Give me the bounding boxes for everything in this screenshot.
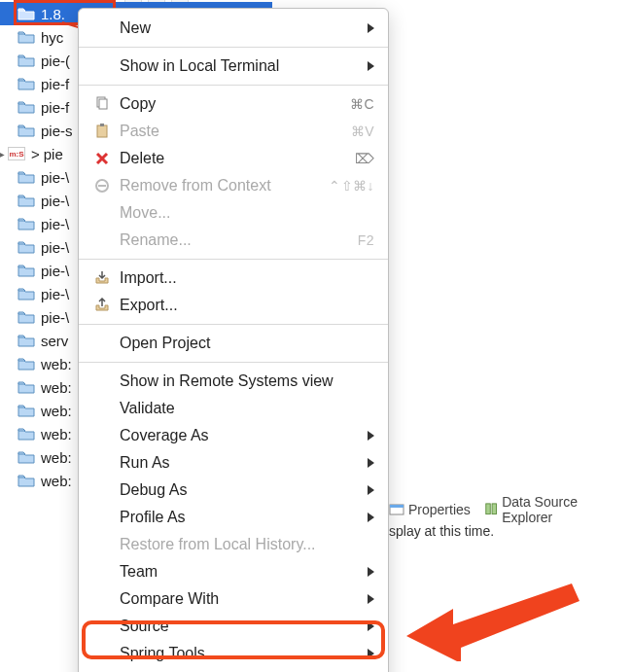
submenu-arrow-icon xyxy=(368,513,374,522)
menu-item-new[interactable]: New xyxy=(79,15,388,42)
menu-item-shortcut: F2 xyxy=(358,232,374,248)
menu-item-label: Profile As xyxy=(120,509,362,526)
bottom-view-tabs[interactable]: Properties Data Source Explorer xyxy=(389,494,632,525)
tree-item-label: pie-\ xyxy=(41,216,69,232)
export-icon xyxy=(92,297,112,314)
menu-separator xyxy=(79,362,388,363)
menu-item-paste: Paste⌘V xyxy=(79,118,388,145)
annotation-arrow xyxy=(406,574,581,661)
menu-item-label: Debug As xyxy=(120,481,362,499)
folder-icon xyxy=(18,217,35,230)
menu-item-remove-from-context: Remove from Context⌃⇧⌘↓ xyxy=(79,172,388,199)
svg-rect-2 xyxy=(97,125,107,137)
folder-icon xyxy=(18,77,35,90)
menu-item-validate[interactable]: Validate xyxy=(79,395,388,422)
menu-item-show-in-remote-systems-view[interactable]: Show in Remote Systems view xyxy=(79,368,388,395)
context-menu: NewShow in Local TerminalCopy⌘CPaste⌘VDe… xyxy=(78,8,389,672)
submenu-arrow-icon xyxy=(368,485,374,495)
menu-item-copy[interactable]: Copy⌘C xyxy=(79,90,388,118)
blank-icon xyxy=(92,454,112,472)
svg-rect-10 xyxy=(390,505,404,508)
menu-item-source[interactable]: Source xyxy=(79,613,388,640)
menu-item-run-as[interactable]: Run As xyxy=(79,449,388,477)
folder-icon xyxy=(18,124,35,137)
tab-properties[interactable]: Properties xyxy=(389,502,471,517)
tree-item-label: pie-\ xyxy=(41,239,69,256)
menu-item-label: Remove from Context xyxy=(120,177,329,195)
folder-icon xyxy=(18,30,35,44)
menu-item-label: Compare With xyxy=(120,590,362,608)
menu-item-team[interactable]: Team xyxy=(79,558,388,585)
menu-item-spring-tools[interactable]: Spring Tools xyxy=(79,640,388,667)
menu-item-label: Spring Tools xyxy=(120,645,362,662)
svg-rect-1 xyxy=(99,99,107,109)
expand-arrow-icon[interactable]: ▶ xyxy=(0,149,6,159)
tree-item-label: web: xyxy=(41,403,72,419)
folder-icon xyxy=(18,264,35,277)
submenu-arrow-icon xyxy=(368,649,374,658)
menu-item-shortcut: ⌃⇧⌘↓ xyxy=(329,178,374,194)
tree-item-label: pie-\ xyxy=(41,286,69,302)
import-icon xyxy=(92,269,112,287)
menu-item-rename: Rename...F2 xyxy=(79,227,388,254)
blank-icon xyxy=(92,618,112,635)
menu-item-label: Show in Local Terminal xyxy=(120,57,362,75)
dirty-marker: > xyxy=(31,146,40,162)
menu-item-label: Paste xyxy=(120,123,351,140)
menu-item-label: Import... xyxy=(120,269,374,287)
menu-item-delete[interactable]: Delete⌦ xyxy=(79,145,388,172)
tree-item-label: web: xyxy=(41,426,72,442)
tree-item-label: pie-f xyxy=(41,76,69,92)
blank-icon xyxy=(92,536,112,553)
folder-icon xyxy=(18,310,35,324)
menu-item-compare-with[interactable]: Compare With xyxy=(79,585,388,613)
submenu-arrow-icon xyxy=(368,23,374,33)
folder-icon xyxy=(18,427,35,441)
paste-icon xyxy=(92,123,112,140)
tree-item-label: pie-\ xyxy=(41,309,69,326)
menu-item-label: Export... xyxy=(120,297,374,314)
maven-icon: m:S xyxy=(8,147,25,160)
tab-label: Data Source Explorer xyxy=(502,494,618,525)
menu-item-profile-as[interactable]: Profile As xyxy=(79,504,388,531)
tab-data-source-explorer[interactable]: Data Source Explorer xyxy=(484,494,618,525)
menu-separator xyxy=(79,85,388,86)
blank-icon xyxy=(92,57,112,75)
menu-item-show-in-local-terminal[interactable]: Show in Local Terminal xyxy=(79,53,388,80)
menu-item-open-project[interactable]: Open Project xyxy=(79,330,388,357)
folder-icon xyxy=(18,474,35,487)
folder-icon xyxy=(18,404,35,417)
menu-separator xyxy=(79,47,388,48)
menu-item-restore-from-local-history: Restore from Local History... xyxy=(79,531,388,558)
svg-rect-11 xyxy=(486,504,490,514)
tree-item-label: web: xyxy=(41,473,72,489)
blank-icon xyxy=(92,563,112,581)
submenu-arrow-icon xyxy=(368,594,374,604)
submenu-arrow-icon xyxy=(368,567,374,577)
folder-icon xyxy=(18,7,35,20)
tree-item-label: hyc xyxy=(41,29,63,46)
blank-icon xyxy=(92,427,112,444)
menu-item-label: Delete xyxy=(120,150,355,167)
menu-separator xyxy=(79,259,388,260)
blank-icon xyxy=(92,481,112,499)
menu-item-debug-as[interactable]: Debug As xyxy=(79,477,388,504)
menu-item-export[interactable]: Export... xyxy=(79,292,388,319)
blank-icon xyxy=(92,645,112,662)
menu-item-label: Open Project xyxy=(120,335,374,352)
submenu-arrow-icon xyxy=(368,61,374,71)
folder-icon xyxy=(18,334,35,347)
menu-item-import[interactable]: Import... xyxy=(79,265,388,292)
tree-item-label: pie xyxy=(44,146,63,162)
folder-icon xyxy=(18,194,35,207)
menu-item-label: Rename... xyxy=(120,231,358,249)
folder-icon xyxy=(18,53,35,67)
submenu-arrow-icon xyxy=(368,621,374,631)
folder-icon xyxy=(18,100,35,114)
tab-label: Properties xyxy=(408,502,471,517)
menu-item-coverage-as[interactable]: Coverage As xyxy=(79,422,388,449)
menu-item-label: Copy xyxy=(120,95,350,113)
menu-item-label: Validate xyxy=(120,400,374,417)
menu-item-label: New xyxy=(120,19,362,37)
blank-icon xyxy=(92,231,112,249)
